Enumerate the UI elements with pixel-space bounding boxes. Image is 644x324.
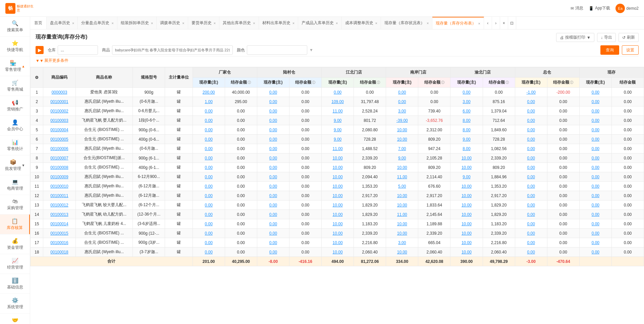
table-cell[interactable]: 0.00 [515,135,547,144]
table-cell[interactable]: 10.00 [386,135,418,144]
table-cell[interactable]: 0.00 [257,106,289,116]
table-cell[interactable]: 0.00 [515,200,547,210]
tab-order-history[interactable]: 要货单历史 × [188,17,219,30]
table-cell[interactable]: 0.00 [515,182,547,191]
table-cell[interactable]: 0.00 [193,125,225,135]
tab-product-history[interactable]: 产成品入库单历史 × [298,17,341,30]
close-icon[interactable]: × [214,21,216,25]
query-button[interactable]: 查询 [600,45,619,55]
table-cell[interactable]: 0.00 [579,191,611,200]
table-cell[interactable]: 00100003 [43,116,75,125]
goods-input[interactable] [112,45,233,55]
table-cell[interactable]: 0.00 [257,229,289,238]
tab-cost-history[interactable]: 成本调整单历史 × [342,17,381,30]
info-icon[interactable]: ⓘ [312,80,315,85]
table-cell[interactable]: 10.00 [322,163,354,172]
table-cell[interactable]: 200.00 [193,88,225,97]
table-cell[interactable]: 0.00 [579,144,611,153]
table-cell[interactable]: 0.00 [579,200,611,210]
app-download-btn[interactable]: 📱 App下载 [589,5,610,11]
sidebar-item-basic[interactable]: ℹ️ 基础信息 [0,274,30,294]
tab-assemble-history[interactable]: 组装拆卸单历史 × [117,17,157,30]
table-cell[interactable]: 0.00 [257,219,289,229]
table-cell[interactable]: 10.00 [322,247,354,257]
table-cell[interactable]: 0.00 [257,163,289,172]
table-cell[interactable]: 0.00 [257,238,289,247]
print-button[interactable]: 🖨 按模版打印 ▼ [556,33,594,42]
table-cell[interactable]: 00100016 [43,238,75,247]
table-cell[interactable]: 0.00 [579,182,611,191]
table-cell[interactable]: 0.00 [515,97,547,106]
color-dropdown-icon[interactable]: ▼ [309,48,313,52]
table-cell[interactable]: 0.00 [193,106,225,116]
table-cell[interactable]: 0.00 [515,210,547,219]
table-cell[interactable]: 0.00 [257,210,289,219]
table-cell[interactable]: 0.00 [579,88,611,97]
info-icon[interactable]: ⓘ [570,80,573,85]
close-icon[interactable]: × [478,21,480,26]
table-cell[interactable]: 0.00 [193,247,225,257]
table-cell[interactable]: 0.00 [193,229,225,238]
table-cell[interactable]: 00100002 [43,106,75,116]
table-cell[interactable]: -1.00 [515,88,547,97]
messages-btn[interactable]: ✉ 消息 [571,5,583,11]
tab-expand[interactable]: ⊡ [508,17,516,30]
table-cell[interactable]: 0.00 [193,191,225,200]
table-cell[interactable]: 8.00 [450,116,483,125]
table-cell[interactable]: 10.00 [386,219,418,229]
table-cell[interactable]: 10.00 [386,229,418,238]
sidebar-item-mall[interactable]: 🛒 零售商城 [0,76,30,96]
table-cell[interactable]: 10.00 [386,247,418,257]
table-cell[interactable]: 0.00 [579,116,611,125]
table-cell[interactable]: 6.00 [450,106,483,116]
table-cell[interactable]: 0.00 [257,135,289,144]
table-cell[interactable]: 0.00 [515,191,547,200]
table-cell[interactable]: 00100004 [43,125,75,135]
tab-close-all[interactable]: × [500,17,508,30]
table-cell[interactable]: 0.00 [257,182,289,191]
filter-toggle-btn[interactable]: ▶ [36,46,44,54]
sidebar-item-retail[interactable]: 🏪 零售管理 ▲ [0,56,30,76]
table-cell[interactable]: 10.00 [322,219,354,229]
table-cell[interactable]: 0.00 [193,153,225,163]
table-container[interactable]: ⚙ 商品编码 商品名称 规格型号 主计量单位 厂家仓 陆村仓 江北门店 南岸门店… [30,67,644,324]
table-cell[interactable]: 5.00 [386,182,418,191]
table-cell[interactable]: 0.00 [257,116,289,125]
table-cell[interactable]: 10.00 [386,163,418,172]
table-cell[interactable]: 0.00 [579,219,611,229]
sidebar-item-wholesale[interactable]: 📦 批发管理 ▼ [0,155,30,175]
table-cell[interactable]: 0.00 [515,153,547,163]
close-icon[interactable]: × [72,21,74,25]
table-cell[interactable]: 10.00 [450,210,483,219]
sidebar-item-system[interactable]: ⚙️ 系统管理 [0,294,30,314]
table-cell[interactable]: 0.00 [515,106,547,116]
table-cell[interactable]: 10.00 [322,182,354,191]
table-cell[interactable]: 00100007 [43,153,75,163]
table-cell[interactable]: 0.00 [193,238,225,247]
table-cell[interactable]: 0.00 [515,238,547,247]
table-cell[interactable]: 0.00 [193,163,225,172]
close-icon[interactable]: × [151,21,153,25]
table-cell[interactable]: 10.00 [386,125,418,135]
table-cell[interactable]: 0.00 [257,97,289,106]
table-cell[interactable]: 11.00 [322,106,354,116]
table-cell[interactable]: 0.00 [193,210,225,219]
table-cell[interactable]: 0.00 [579,229,611,238]
table-cell[interactable]: 00100008 [43,163,75,172]
table-cell[interactable]: 10.00 [322,200,354,210]
table-cell[interactable]: 3.00 [386,238,418,247]
table-cell[interactable]: 0.00 [193,116,225,125]
table-cell[interactable]: 9.00 [386,153,418,163]
table-cell[interactable]: 3.00 [386,106,418,116]
table-cell[interactable]: 00100013 [43,210,75,219]
table-cell[interactable]: 3.00 [450,97,483,106]
table-cell[interactable]: 00100018 [43,247,75,257]
sidebar-item-marketing[interactable]: 📢 营销推广 [0,96,30,116]
table-cell[interactable]: 0.00 [579,247,611,257]
table-cell[interactable]: 11.00 [386,210,418,219]
table-cell[interactable]: 10.00 [450,191,483,200]
table-cell[interactable]: 00100011 [43,191,75,200]
tab-outbound-history[interactable]: 其他出库单历史 × [219,17,259,30]
warehouse-input[interactable] [58,45,98,55]
table-cell[interactable]: 0.00 [579,153,611,163]
